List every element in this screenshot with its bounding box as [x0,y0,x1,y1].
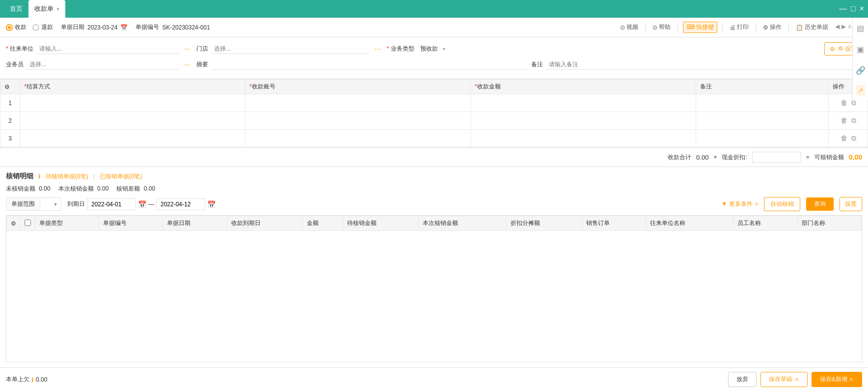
hexiao-pending-tab[interactable]: 待核销单据(0笔) [46,172,88,181]
maximize-icon[interactable]: □ [851,4,856,13]
row-copy-icon-3[interactable]: ⧉ [850,133,857,143]
total-value: 0.00 [696,154,708,161]
th-gear[interactable]: ⚙ [0,80,20,94]
sidebar-expand-icon[interactable]: ↗ [856,85,865,96]
minimize-icon[interactable]: — [839,4,847,13]
hexiao-filter-row: 单据范围 ▾ 到期日 📅 — 📅 ▼ 更多条件 ∧ 自动核销 查询 设置 [6,197,862,211]
operate-btn[interactable]: ⚙ 操作 [761,22,784,32]
scope-chevron[interactable]: ▾ [50,199,61,210]
print-btn[interactable]: 🖨 打印 [728,22,751,32]
row-amount-2[interactable] [470,112,696,130]
radio-shoukuan-circle [6,24,13,31]
remark-input[interactable] [546,59,862,70]
hexiao-tab-separator: | [93,173,95,180]
footer-bar: 本单上欠 ℹ 0.00 放弃 保存草稿 ∧ 保存&新增 ∧ [0,367,868,391]
tab-active[interactable]: 收款单 × [28,0,65,18]
number-value: SK-20230324-001 [162,24,210,31]
bth-amount: 金额 [302,216,343,231]
bottom-table-container: ⚙ 单据类型 单据编号 单据日期 收款到期日 金额 待核销金额 本次核销金额 折… [6,215,862,363]
scope-value[interactable] [40,202,50,206]
row-copy-icon-2[interactable]: ⧉ [850,115,857,126]
date-field: 单据日期 2023-03-24 📅 [61,23,128,31]
date-to-input[interactable] [156,198,205,210]
th-amount: *收款金额 [470,80,696,94]
counterparty-more-icon[interactable]: ··· [182,45,192,54]
select-all-checkbox[interactable] [25,220,31,226]
shortcut-btn[interactable]: ⌨ 快捷键 [683,22,717,33]
counterparty-input[interactable] [36,44,179,54]
bth-pending: 待核销金额 [343,216,419,231]
bth-gear[interactable]: ⚙ [7,216,21,231]
staff-input[interactable] [27,59,179,70]
more-conditions-btn[interactable]: ▼ 更多条件 ∧ [721,200,759,208]
hexiao-done-tab[interactable]: 已核销单据(0笔) [100,172,142,181]
diff-stat: 核销差额 0.00 [116,185,155,193]
counterparty-label: 往来单位 [6,45,33,53]
bth-checkbox[interactable] [21,216,35,231]
divider-3 [722,24,723,31]
staff-more-icon[interactable]: ··· [182,60,192,69]
date-calendar-to[interactable]: 📅 [207,200,216,208]
filter-settings-btn[interactable]: 设置 [840,197,862,211]
business-type-field: 业务类型 预收款 ▾ [387,45,820,53]
row-account-3[interactable] [245,130,470,147]
staff-label: 业务员 [6,60,24,69]
row-delete-icon-2[interactable]: 🗑 [840,115,848,126]
date-calendar-from[interactable]: 📅 [138,200,146,208]
store-more-icon[interactable]: ··· [373,45,383,54]
date-from-input[interactable] [87,198,136,210]
abandon-btn[interactable]: 放弃 [728,372,757,387]
sidebar-table-icon[interactable]: ▤ [855,22,866,35]
settings-icon: ⚙ [830,46,835,53]
tab-home[interactable]: 首页 [4,0,28,18]
radio-tuikuan[interactable]: 退款 [32,23,53,31]
number-label: 单据编号 [136,23,159,31]
bth-discount: 折扣分摊额 [506,216,582,231]
row-remark-2[interactable] [696,112,828,130]
date-label: 单据日期 [61,23,84,31]
hexiao-info-icon[interactable]: ℹ [38,173,41,180]
bth-current: 本次核销金额 [419,216,506,231]
sidebar-doc-icon[interactable]: ▣ [855,43,866,56]
row-delete-icon-1[interactable]: 🗑 [840,98,848,108]
abstract-input[interactable] [211,59,527,70]
row-settle-2[interactable] [20,112,245,130]
row-num-2: 2 [0,112,20,130]
radio-tuikuan-circle [32,24,39,31]
next-icon[interactable]: ▶ [841,23,846,32]
radio-shoukuan[interactable]: 收款 [6,23,27,31]
video-btn[interactable]: ⊙ 视频 [618,22,640,32]
footer-info-icon[interactable]: ℹ [31,376,34,383]
save-draft-btn[interactable]: 保存草稿 ∧ [760,372,807,387]
row-remark-3[interactable] [696,130,828,147]
row-remark-1[interactable] [696,94,828,112]
history-btn[interactable]: 📋 历史单据 [794,22,830,32]
abstract-field: 摘要 [196,59,527,70]
discount-input[interactable] [752,152,801,163]
prev-icon[interactable]: ◀ [835,23,840,32]
help-btn[interactable]: ⊙ 帮助 [651,22,673,32]
unverified-value: 0.00 [39,185,50,192]
row-amount-3[interactable] [470,130,696,147]
store-input[interactable] [211,44,370,54]
sidebar-link-icon[interactable]: 🔗 [854,64,868,77]
close-window-icon[interactable]: × [860,4,864,13]
footer-buttons: 放弃 保存草稿 ∧ 保存&新增 ∧ [728,372,862,387]
footer-left: 本单上欠 ℹ 0.00 [6,375,47,384]
business-type-chevron[interactable]: ▾ [443,46,445,52]
tab-close-icon[interactable]: × [56,6,59,12]
total-label: 收款合计 [668,153,691,162]
auto-hexiao-btn[interactable]: 自动核销 [764,197,800,211]
save-new-btn[interactable]: 保存&新增 ∧ [812,372,862,387]
calendar-icon[interactable]: 📅 [120,24,128,31]
row-account-2[interactable] [245,112,470,130]
row-amount-1[interactable] [470,94,696,112]
list-view-icon[interactable]: ≡ [848,23,851,32]
row-account-1[interactable] [245,94,470,112]
number-field: 单据编号 SK-20230324-001 [136,23,210,31]
row-settle-1[interactable] [20,94,245,112]
query-btn[interactable]: 查询 [806,197,834,211]
form-area: 往来单位 ··· 门店 ··· 业务类型 预收款 ▾ ⚙ ⚙ 设置 业务员 [0,37,868,79]
row-settle-3[interactable] [20,130,245,147]
row-delete-icon-3[interactable]: 🗑 [840,133,848,143]
